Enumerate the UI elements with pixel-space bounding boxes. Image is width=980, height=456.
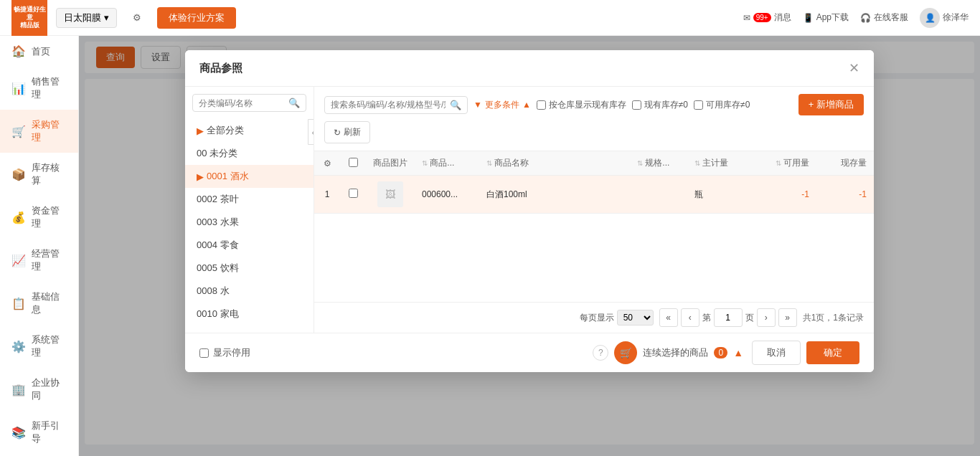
col-header-unit[interactable]: ⇅ 主计量	[687, 151, 745, 176]
cat-item-0008[interactable]: 0008 水	[185, 280, 314, 303]
enterprise-icon: 🏢	[11, 383, 26, 396]
col-img-label: 商品图片	[373, 158, 407, 168]
sales-icon: 📊	[11, 82, 26, 95]
total-records: 共1页，1条记录	[803, 312, 864, 324]
nonzero-avail-checkbox[interactable]: 可用库存≠0	[694, 99, 750, 111]
message-icon: ✉	[743, 13, 750, 23]
page-label: 第	[702, 312, 711, 324]
sidebar-item-enterprise[interactable]: 🏢 企业协同	[0, 368, 78, 411]
settings-icon[interactable]: ⚙	[126, 6, 149, 29]
col-header-settings[interactable]: ⚙	[314, 151, 340, 176]
sidebar-label-operations: 经营管理	[32, 247, 67, 273]
cat-item-all[interactable]: ▶ 全部分类	[185, 119, 314, 142]
sidebar-item-system[interactable]: ⚙️ 系统管理	[0, 325, 78, 368]
refresh-button[interactable]: ↻ 刷新	[324, 121, 370, 143]
confirm-button[interactable]: 确定	[806, 341, 859, 364]
add-product-button[interactable]: + 新增商品	[798, 94, 864, 115]
cat-item-0001[interactable]: ▶ 0001 酒水	[185, 165, 314, 188]
show-disabled-check-input[interactable]	[199, 348, 209, 358]
category-search-box[interactable]: 🔍	[192, 94, 306, 112]
table-row[interactable]: 1 🖼	[314, 176, 874, 214]
product-image-placeholder: 🖼	[377, 181, 403, 207]
cat-item-0004[interactable]: 0004 零食	[185, 234, 314, 257]
cat-item-0010[interactable]: 0010 家电	[185, 303, 314, 326]
sidebar-item-home[interactable]: 🏠 首页	[0, 36, 78, 67]
image-icon: 🖼	[385, 189, 395, 200]
cart-icon[interactable]: 🛒	[614, 341, 637, 364]
sidebar-label-inventory: 库存核算	[32, 161, 67, 187]
last-page-button[interactable]: »	[778, 308, 797, 327]
cat-item-0002[interactable]: 0002 茶叶	[185, 188, 314, 211]
cart-count-badge: 0	[714, 347, 727, 358]
show-disabled-checkbox[interactable]: 显示停用	[199, 346, 250, 359]
col-avail-label: 可用量	[783, 158, 809, 168]
col-header-spec[interactable]: ⇅ 规格...	[630, 151, 687, 176]
product-search-box[interactable]: 🔍	[324, 96, 468, 114]
avatar: 👤	[920, 8, 940, 28]
col-header-avail[interactable]: ⇅ 可用量	[745, 151, 816, 176]
operations-icon: 📈	[11, 254, 26, 267]
sort-icon-avail: ⇅	[776, 159, 781, 167]
sidebar-label-sales: 销售管理	[32, 75, 67, 101]
sidebar-item-guide[interactable]: 📚 新手引导	[0, 411, 78, 454]
messages-nav-item[interactable]: ✉ 99+ 消息	[743, 11, 791, 24]
mobile-icon: 📱	[803, 13, 814, 23]
category-search-input[interactable]	[199, 98, 286, 108]
row-select-checkbox[interactable]	[349, 189, 358, 198]
per-page-dropdown[interactable]: 50 100 200	[617, 310, 654, 326]
col-header-name[interactable]: ⇅ 商品名称	[479, 151, 630, 176]
col-header-code[interactable]: ⇅ 商品...	[415, 151, 479, 176]
sidebar-label-basic: 基础信息	[32, 290, 67, 316]
cat-item-00[interactable]: 00 未分类	[185, 142, 314, 165]
top-nav: 畅捷通好生意 精品版 日太阳膜 ▾ ⚙ 体验行业方案 ✉ 99+ 消息 📱 Ap…	[0, 0, 980, 36]
app-download-nav-item[interactable]: 📱 App下载	[803, 11, 849, 24]
sidebar-item-operations[interactable]: 📈 经营管理	[0, 239, 78, 282]
branch-selector[interactable]: 日太阳膜 ▾	[56, 8, 117, 28]
col-name-label: 商品名称	[494, 158, 529, 168]
next-page-button[interactable]: ›	[757, 308, 776, 327]
nav-right: ✉ 99+ 消息 📱 App下载 🎧 在线客服 👤 徐泽华	[743, 8, 969, 28]
chevron-up-icon: ▲	[522, 100, 531, 110]
filter-button[interactable]: ▼ 更多条件 ▲	[473, 99, 531, 111]
sidebar-item-purchase[interactable]: 🛒 采购管理	[0, 110, 78, 153]
cat-item-0003[interactable]: 0003 水果	[185, 211, 314, 234]
trial-button[interactable]: 体验行业方案	[157, 7, 236, 29]
per-page-label: 每页显示	[580, 312, 614, 324]
row-code: 000600...	[415, 176, 479, 214]
finance-icon: 💰	[11, 211, 26, 224]
col-header-checkbox[interactable]	[340, 151, 366, 176]
help-icon[interactable]: ?	[593, 345, 608, 361]
user-nav-item[interactable]: 👤 徐泽华	[920, 8, 969, 28]
show-stock-checkbox[interactable]: 按仓库显示现有库存	[537, 99, 626, 111]
collapse-up-button[interactable]: ▲	[733, 347, 743, 358]
sidebar-item-finance[interactable]: 💰 资金管理	[0, 196, 78, 239]
messages-label: 消息	[774, 11, 791, 24]
sidebar-item-basic[interactable]: 📋 基础信息	[0, 282, 78, 325]
first-page-button[interactable]: «	[659, 308, 678, 327]
nonzero-stock-checkbox[interactable]: 现有库存≠0	[632, 99, 688, 111]
cancel-button[interactable]: 取消	[752, 341, 801, 365]
collapse-panel-button[interactable]: «	[308, 119, 314, 145]
show-stock-check-input[interactable]	[537, 100, 546, 110]
cat-item-0005[interactable]: 0005 饮料	[185, 257, 314, 280]
row-checkbox[interactable]	[340, 176, 366, 214]
nonzero-stock-check-input[interactable]	[632, 100, 641, 110]
sidebar-item-sales[interactable]: 📊 销售管理	[0, 67, 78, 110]
row-stock: -1	[816, 176, 874, 214]
product-search-input[interactable]	[331, 100, 446, 110]
per-page-select[interactable]: 每页显示 50 100 200	[580, 310, 654, 326]
sidebar-item-inventory[interactable]: 📦 库存核算	[0, 153, 78, 196]
select-all-checkbox[interactable]	[349, 158, 358, 167]
row-avail: -1	[745, 176, 816, 214]
modal-close-button[interactable]: ✕	[849, 60, 859, 76]
sort-icon-unit: ⇅	[694, 159, 700, 167]
cart-section: ? 🛒 连续选择的商品 0 ▲	[593, 341, 743, 364]
prev-page-button[interactable]: ‹	[681, 308, 699, 327]
logo-line1: 畅捷通好生意	[11, 6, 47, 22]
col-unit-label: 主计量	[702, 158, 728, 168]
purchase-icon: 🛒	[11, 125, 26, 138]
online-service-nav-item[interactable]: 🎧 在线客服	[860, 11, 908, 24]
nonzero-avail-check-input[interactable]	[694, 100, 703, 110]
cat-label-0002: 0002 茶叶	[197, 193, 239, 206]
page-number-input[interactable]	[714, 308, 743, 327]
